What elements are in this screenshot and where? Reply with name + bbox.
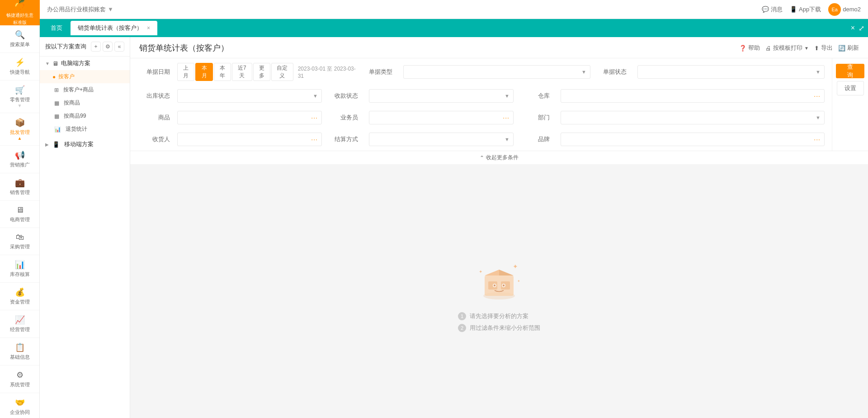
right-content: 销货单统计表（按客户） ❓ 帮助 🖨 按模板打印 ▼ ⬆ 导出 <box>130 37 868 418</box>
industry-selector[interactable]: 办公用品行业模拟账套 ▼ <box>47 5 113 14</box>
tab-expand-btn[interactable]: ⤢ <box>859 24 864 33</box>
brand-label: 品牌 <box>521 135 553 143</box>
warehouse-select[interactable]: ··· <box>561 89 825 103</box>
help-label: 帮助 <box>748 44 760 52</box>
finance-icon: 💰 <box>15 287 25 297</box>
message-icon: 💬 <box>762 6 769 13</box>
inventory-icon: 📊 <box>15 260 25 270</box>
data-area: ✦ ✦ ✦ 1 请先选择要分析的方案 2 用过滤条件来缩小分析范围 <box>130 164 868 418</box>
wholesale-icon: 📦 <box>15 118 25 128</box>
salesperson-select[interactable]: ··· <box>369 111 514 124</box>
custom-date-btn[interactable]: 自定义 <box>271 63 293 81</box>
left-panel-actions: + ⚙ « <box>91 42 124 52</box>
operation-icon: 📈 <box>15 315 25 325</box>
bill-status-select[interactable]: ▼ <box>637 65 825 79</box>
sidebar-item-operation[interactable]: 📈 经营管理 <box>0 310 39 338</box>
tab-close-icon[interactable]: × <box>147 25 150 31</box>
tree-bg99-icon: ▦ <box>54 113 59 119</box>
sidebar-item-system[interactable]: ⚙ 系统管理 <box>0 366 39 393</box>
brand-select[interactable]: ··· <box>561 133 825 146</box>
help-btn[interactable]: ❓ 帮助 <box>739 44 760 52</box>
tip-2-num: 2 <box>458 324 466 332</box>
sidebar-item-enterprise[interactable]: 🤝 企业协同 <box>0 393 39 418</box>
tree-item-by-customer-goods[interactable]: ⊞ 按客户+商品 <box>40 83 130 96</box>
more-date-btn[interactable]: 更多 <box>253 63 270 81</box>
settlement-arrow: ▼ <box>505 137 509 142</box>
tab-home[interactable]: 首页 <box>43 21 70 35</box>
print-icon: 🖨 <box>765 45 771 52</box>
tree-mobile-icon: 📱 <box>52 141 60 148</box>
department-label: 部门 <box>521 114 553 122</box>
tree-rs-label: 退货统计 <box>66 125 87 133</box>
sidebar-item-marketing[interactable]: 📢 营销推广 <box>0 146 39 173</box>
sidebar-item-shortcut[interactable]: ⚡ 快捷导航 <box>0 53 39 81</box>
refresh-btn[interactable]: 🔄 刷新 <box>838 44 859 52</box>
sidebar-enterprise-label: 企业协同 <box>10 409 30 416</box>
sidebar-navigation: 🔍 搜索菜单 ⚡ 快捷导航 🛒 零售管理 ▼ 📦 批发管理 ▲ 📢 营销推广 💼… <box>0 25 39 418</box>
settings-button[interactable]: 设置 <box>837 81 864 95</box>
export-btn[interactable]: ⬆ 导出 <box>814 44 833 52</box>
message-btn[interactable]: 💬 消息 <box>762 5 783 14</box>
settings-scheme-btn[interactable]: ⚙ <box>103 42 113 52</box>
department-select[interactable]: ▼ <box>561 111 825 124</box>
salesperson-label: 业务员 <box>329 114 362 122</box>
app-download-btn[interactable]: 📱 App下载 <box>790 5 821 14</box>
wholesale-expand-icon: ▲ <box>18 136 22 141</box>
tree-mobile-scheme[interactable]: ▶ 📱 移动端方案 <box>40 138 130 151</box>
query-button[interactable]: 查询 <box>836 64 864 78</box>
tree-item-by-goods[interactable]: ▦ 按商品 <box>40 96 130 109</box>
goods-select[interactable]: ··· <box>177 111 322 124</box>
content-wrapper: 按以下方案查询 + ⚙ « ▼ 🖥 电脑端方案 ● 按客户 ⊞ 按客户+商 <box>40 37 868 418</box>
print-dropdown-icon: ▼ <box>804 46 809 51</box>
out-status-select[interactable]: ▼ <box>177 89 322 103</box>
goods-label: 商品 <box>137 114 170 122</box>
retail-icon: 🛒 <box>15 85 25 95</box>
user-info[interactable]: Ea demo2 <box>828 3 861 16</box>
sidebar-item-purchase[interactable]: 🛍 采购管理 <box>0 228 39 255</box>
left-panel-title: 按以下方案查询 <box>45 43 86 51</box>
bill-status-arrow: ▼ <box>816 69 821 75</box>
collection-status-select[interactable]: ▼ <box>369 89 514 103</box>
sidebar-basic-label: 基础信息 <box>10 354 30 361</box>
print-btn[interactable]: 🖨 按模板打印 ▼ <box>765 44 809 52</box>
collection-status-arrow: ▼ <box>505 93 509 99</box>
sidebar-item-inventory[interactable]: 📊 库存核算 <box>0 255 39 283</box>
logo-subtext: 标准版 <box>13 19 27 26</box>
sidebar-item-search[interactable]: 🔍 搜索菜单 <box>0 25 39 53</box>
settlement-select[interactable]: ▼ <box>369 133 514 146</box>
last-7days-btn[interactable]: 近7天 <box>232 63 252 81</box>
tree-pc-scheme[interactable]: ▼ 🖥 电脑端方案 <box>40 57 130 70</box>
tab-close-all-btn[interactable]: × <box>851 24 855 32</box>
tree-rs-icon: 📊 <box>54 126 61 133</box>
sidebar-item-ecommerce[interactable]: 🖥 电商管理 <box>0 201 39 228</box>
sidebar-item-finance[interactable]: 💰 资金管理 <box>0 283 39 310</box>
tab-sales-stats[interactable]: 销货单统计表（按客户） × <box>71 21 157 35</box>
add-scheme-btn[interactable]: + <box>91 42 101 52</box>
this-year-btn[interactable]: 本年 <box>214 63 231 81</box>
collapse-panel-btn[interactable]: « <box>114 42 124 52</box>
sidebar: 🍊 畅捷通好生意 标准版 🔍 搜索菜单 ⚡ 快捷导航 🛒 零售管理 ▼ 📦 批发… <box>0 0 40 418</box>
header-left: 办公用品行业模拟账套 ▼ <box>47 5 113 14</box>
this-month-btn[interactable]: 本月 <box>195 63 212 81</box>
sidebar-logo[interactable]: 🍊 畅捷通好生意 标准版 <box>0 0 40 25</box>
tree-item-by-goods-99[interactable]: ▦ 按商品99 <box>40 109 130 123</box>
collapse-icon: ⌃ <box>480 155 484 161</box>
page-actions: ❓ 帮助 🖨 按模板打印 ▼ ⬆ 导出 🔄 刷新 <box>739 44 859 52</box>
tree-item-return-stats[interactable]: 📊 退货统计 <box>40 123 130 136</box>
sidebar-item-retail[interactable]: 🛒 零售管理 ▼ <box>0 81 39 113</box>
sidebar-item-sales[interactable]: 💼 销售管理 <box>0 173 39 201</box>
tree-bg-icon: ▦ <box>54 100 59 106</box>
sidebar-retail-label: 零售管理 <box>10 96 30 103</box>
sidebar-operation-label: 经营管理 <box>10 326 30 333</box>
collapse-bar[interactable]: ⌃ 收起更多条件 <box>130 151 868 164</box>
sidebar-item-basic[interactable]: 📋 基础信息 <box>0 338 39 366</box>
goods-dots: ··· <box>311 114 318 121</box>
bill-type-select[interactable]: ▼ <box>403 65 590 79</box>
app-download-label: App下载 <box>799 5 821 14</box>
receiver-select[interactable]: ··· <box>177 133 322 146</box>
sidebar-item-wholesale[interactable]: 📦 批发管理 ▲ <box>0 113 39 146</box>
tree-item-by-customer[interactable]: ● 按客户 <box>40 70 130 83</box>
sidebar-ecommerce-label: 电商管理 <box>10 216 30 223</box>
sidebar-system-label: 系统管理 <box>10 381 30 388</box>
last-month-btn[interactable]: 上月 <box>177 63 194 81</box>
